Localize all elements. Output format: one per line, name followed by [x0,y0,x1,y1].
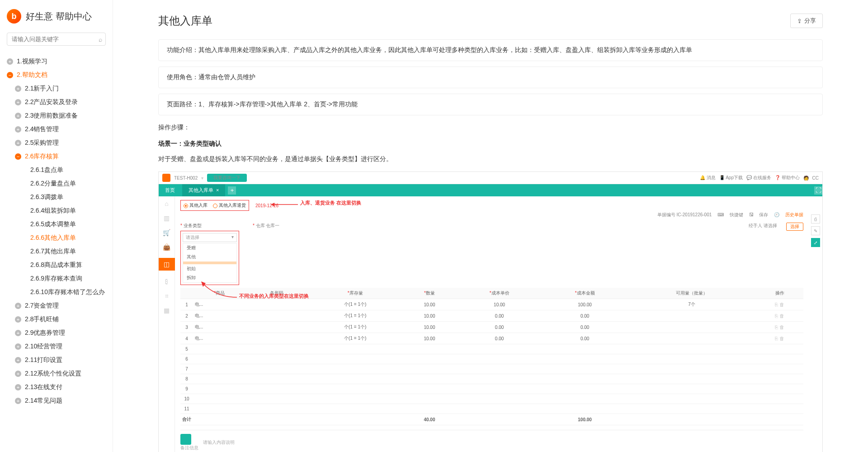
nav-2-14[interactable]: +2.14常见问题 [7,394,106,408]
page-title: 其他入库单 [158,14,212,28]
annotation2: 不同业务的入库类型在这里切换 [239,293,309,300]
path-label: 页面路径： [167,100,198,108]
intro-text: 其他入库单用来处理除采购入库、产成品入库之外的其他入库业务，因此其他入库单可处理… [198,46,692,53]
nav-2-6-2[interactable]: 2.6.2分量盘点单 [7,177,106,190]
copy-icon: ⎘ [775,324,778,330]
plus-icon: + [15,126,21,133]
nav-2-6-3[interactable]: 2.6.3调拨单 [7,190,106,204]
tool-icon: ⎙ [811,214,820,224]
role-text: 通常由仓管人员维护 [198,73,255,81]
nav-2-6-10[interactable]: 2.6.10库存账本错了怎么办 [7,285,106,299]
grid-icon: ▦ [163,307,170,314]
shot-link-app: 📱 App下载 [719,175,743,181]
nav-2-6-4[interactable]: 2.6.4组装拆卸单 [7,204,106,218]
delete-icon: 🗑 [779,336,784,341]
shot-link-help: ❓ 帮助中心 [775,175,800,181]
plus-icon: + [15,86,21,92]
shot-toolbar-links: ⌨ 快捷键 🖫 保存 🕘 历史单据 [713,212,803,217]
logo-icon: b [7,9,21,24]
copy-icon: ⎘ [775,302,778,307]
home-icon: ⌂ [163,200,170,207]
shot-main: 其他入库 其他入库退货 2019-12-26 入库、退货业务 在这里切换 单据编… [175,196,809,452]
plus-icon: + [15,357,21,363]
main-content: 其他入库单 ⇪分享 功能介绍：其他入库单用来处理除采购入库、产成品入库之外的其他… [113,0,859,452]
nav-2-6-8[interactable]: 2.6.8商品成本重算 [7,258,106,272]
nav-2-13[interactable]: +2.13在线支付 [7,381,106,394]
plus-icon: + [15,398,21,404]
shot-tenant: TEST-H002 [174,176,198,181]
nav-2-6-7[interactable]: 2.6.7其他出库单 [7,245,106,258]
delete-icon: 🗑 [779,302,784,307]
nav-2-6-9[interactable]: 2.6.9库存账本查询 [7,272,106,285]
screenshot-illustration: TEST-H002 ▾ 我要咨询一下 🔔 消息 📱 App下载 💬 在线服务 ❓… [158,171,823,452]
nav-2-2[interactable]: +2.2产品安装及登录 [7,95,106,109]
share-button[interactable]: ⇪分享 [790,14,823,28]
nav-2-5[interactable]: +2.5采购管理 [7,136,106,150]
plus-icon: + [7,58,13,65]
intro-label: 功能介绍： [167,46,198,53]
plus-icon: + [15,113,21,119]
plus-icon: + [15,330,21,336]
scene1-text: 对于受赠、盘盈或是拆装入库等不同的业务，是通过单据头【业务类型】进行区分。 [158,153,823,165]
box-icon: ◫ [159,258,175,271]
share-icon: ⇪ [797,18,802,24]
doc-icon: ▥ [163,214,170,222]
nav-2-6-5[interactable]: 2.6.5成本调整单 [7,218,106,231]
annotation1: 入库、退货业务 在这里切换 [300,200,361,206]
nav-2-1[interactable]: +2.1新手入门 [7,82,106,95]
logo-row: b 好生意 帮助中心 [7,9,106,24]
chart-icon: ⌗ [163,292,170,300]
nav-2-6-6[interactable]: 2.6.6其他入库单 [7,231,106,245]
search-input[interactable] [7,33,106,46]
role-label: 使用角色： [167,73,198,81]
plus-icon: + [15,99,21,105]
nav-2-12[interactable]: +2.12系统个性化设置 [7,367,106,381]
close-icon: × [216,187,219,193]
tool-icon: ⤢ [811,238,820,247]
nav-2-8[interactable]: +2.8手机旺铺 [7,313,106,326]
copy-icon: ⎘ [775,313,778,319]
shot-tab-doc: 其他入库单× [182,184,225,196]
shot-link-svc: 💬 在线服务 [746,175,771,181]
role-box: 使用角色：通常由仓管人员维护 [158,67,823,88]
wallet-icon: ₿ [163,278,170,285]
scene1-title: 场景一：业务类型确认 [158,140,823,148]
cart-icon: 🛒 [163,229,170,236]
shot-topbar: TEST-H002 ▾ 我要咨询一下 🔔 消息 📱 App下载 💬 在线服务 ❓… [159,172,822,184]
shot-leftbar: ⌂ ▥ 🛒 👜 ◫ ₿ ⌗ ▦ [159,196,175,452]
memo-icon [180,434,191,445]
nav-2-4[interactable]: +2.4销售管理 [7,123,106,136]
search-icon[interactable]: ⌕ [99,36,102,43]
steps-heading: 操作步骤： [158,124,823,132]
shot-tab-home: 首页 [159,184,181,196]
plus-icon: + [15,140,21,146]
nav-2-3[interactable]: +2.3使用前数据准备 [7,109,106,123]
nav-2-7[interactable]: +2.7资金管理 [7,299,106,313]
nav-video[interactable]: +1.视频学习 [7,55,106,68]
path-text: 1、库存核算->库存管理->其他入库单 2、首页->常用功能 [198,100,358,108]
plus-icon: + [15,303,21,309]
nav-2-11[interactable]: +2.11打印设置 [7,353,106,367]
tool-icon: ✎ [811,226,820,235]
intro-box: 功能介绍：其他入库单用来处理除采购入库、产成品入库之外的其他入库业务，因此其他入… [158,39,823,61]
shot-link-msg: 🔔 消息 [700,175,716,181]
redbox-radio: 其他入库 其他入库退货 [180,200,249,211]
shot-tabs: 首页 其他入库单× + ⛶ [159,184,822,196]
redbox-dropdown: 请选择▾ 受赠 其他 初始 拆卸 [180,231,239,285]
path-box: 页面路径：1、库存核算->库存管理->其他入库单 2、首页->常用功能 [158,94,823,115]
nav-help-docs[interactable]: −2.帮助文档 [7,68,106,82]
shot-user: CC [812,176,819,181]
shot-tab-add-icon: + [228,186,236,195]
bag-icon: 👜 [163,243,170,251]
shot-memo: 备注信息 请输入内容说明 [180,430,803,452]
nav-tree: +1.视频学习 −2.帮助文档 +2.1新手入门 +2.2产品安装及登录 +2.… [7,55,106,408]
nav-2-6[interactable]: −2.6库存核算 [7,150,106,163]
radio-off-icon [213,204,217,208]
shot-avatar-icon: 🧑 [803,176,809,181]
nav-2-6-1[interactable]: 2.6.1盘点单 [7,163,106,177]
minus-icon: − [15,153,21,160]
nav-2-10[interactable]: +2.10经营管理 [7,340,106,353]
shot-rightbar: ⎙ ✎ ⤢ [809,196,822,452]
shot-tab-expand-icon: ⛶ [814,186,822,195]
nav-2-9[interactable]: +2.9优惠券管理 [7,326,106,340]
